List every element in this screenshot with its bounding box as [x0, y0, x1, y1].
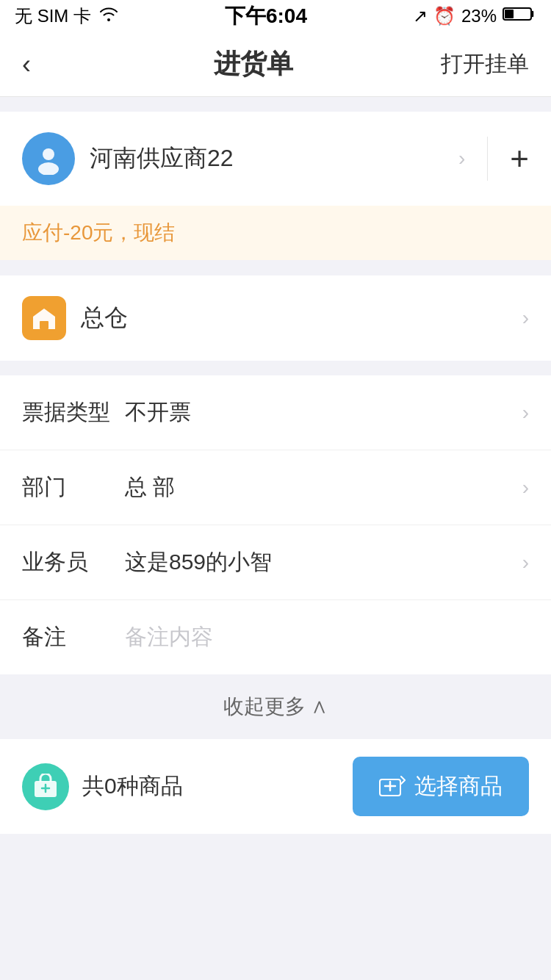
svg-rect-4	[40, 321, 48, 329]
warehouse-chevron-icon: ›	[522, 306, 529, 330]
location-icon: ↗	[413, 6, 428, 26]
invoice-chevron-icon: ›	[522, 401, 529, 425]
status-left: 无 SIM 卡	[15, 4, 119, 28]
back-button[interactable]: ‹	[22, 49, 66, 80]
warehouse-section: 总仓 ›	[0, 275, 551, 361]
page-title: 进货单	[214, 46, 293, 82]
add-button[interactable]: +	[510, 143, 529, 175]
wifi-icon	[98, 6, 119, 26]
remark-input[interactable]: 备注内容	[125, 622, 529, 652]
svg-point-3	[38, 162, 59, 175]
notice-banner: 应付-20元，现结	[0, 206, 551, 260]
sim-label: 无 SIM 卡	[15, 4, 91, 28]
collapse-row[interactable]: 收起更多 ∧	[0, 674, 551, 739]
alarm-icon: ⏰	[433, 6, 455, 26]
battery-label: 23%	[461, 6, 497, 26]
dept-value: 总 部	[125, 472, 522, 502]
supplier-row[interactable]: 河南供应商22 › +	[0, 112, 551, 206]
dept-row[interactable]: 部门 总 部 ›	[0, 450, 551, 525]
product-info: 共0种商品	[22, 763, 183, 810]
status-time: 下午6:04	[225, 2, 307, 30]
supplier-section: 河南供应商22 › + 应付-20元，现结	[0, 112, 551, 260]
dept-chevron-icon: ›	[522, 476, 529, 500]
sales-row[interactable]: 业务员 这是859的小智 ›	[0, 525, 551, 600]
warehouse-row[interactable]: 总仓 ›	[0, 275, 551, 361]
form-section: 票据类型 不开票 › 部门 总 部 › 业务员 这是859的小智 › 备注 备注…	[0, 375, 551, 674]
supplier-avatar	[22, 132, 75, 185]
select-product-button[interactable]: 选择商品	[353, 757, 529, 816]
status-bar: 无 SIM 卡 下午6:04 ↗ ⏰ 23%	[0, 0, 551, 32]
select-product-label: 选择商品	[414, 771, 503, 801]
invoice-value: 不开票	[125, 397, 522, 428]
supplier-name: 河南供应商22	[90, 143, 458, 175]
product-icon	[22, 763, 69, 810]
nav-bar: ‹ 进货单 打开挂单	[0, 32, 551, 97]
supplier-right-group: › +	[458, 137, 529, 181]
product-count: 共0种商品	[82, 771, 183, 801]
warehouse-name: 总仓	[81, 302, 522, 334]
invoice-label: 票据类型	[22, 397, 118, 428]
warehouse-icon	[22, 296, 66, 340]
sales-label: 业务员	[22, 547, 118, 577]
divider	[487, 137, 488, 181]
supplier-chevron-icon: ›	[458, 147, 465, 170]
svg-point-2	[43, 148, 54, 160]
sales-chevron-icon: ›	[522, 551, 529, 574]
bottom-bar: 共0种商品 选择商品	[0, 739, 551, 834]
gray-bottom	[0, 834, 551, 980]
dept-label: 部门	[22, 472, 118, 502]
remark-label: 备注	[22, 622, 118, 652]
status-right: ↗ ⏰ 23%	[413, 6, 536, 26]
sales-value: 这是859的小智	[125, 547, 522, 577]
svg-rect-1	[505, 10, 514, 18]
battery-icon	[503, 6, 536, 26]
content: 河南供应商22 › + 应付-20元，现结 总仓 › 票据类型 不开票	[0, 112, 551, 980]
remark-row[interactable]: 备注 备注内容	[0, 600, 551, 674]
invoice-row[interactable]: 票据类型 不开票 ›	[0, 375, 551, 450]
open-pending-button[interactable]: 打开挂单	[441, 49, 529, 79]
